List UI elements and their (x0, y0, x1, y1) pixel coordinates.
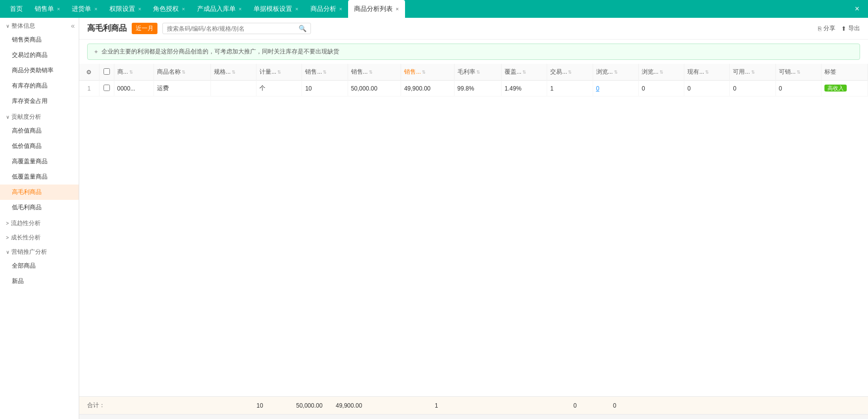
footer-transaction-val: 1 (432, 402, 471, 409)
nav-analysis[interactable]: 商品分析 × (305, 0, 348, 18)
th-coverage[interactable]: 覆盖...⇅ (502, 64, 547, 81)
nav-role[interactable]: 角色授权 × (147, 0, 191, 18)
share-button[interactable]: ⎘ 分享 (818, 24, 835, 33)
sidebar-item-all-goods[interactable]: 全部商品 (0, 258, 79, 274)
footer-sales1-val: 10 (254, 402, 293, 409)
th-sellable[interactable]: 可销...⇅ (775, 64, 821, 81)
th-gross-rate[interactable]: 毛利率⇅ (454, 64, 501, 81)
sidebar-item-low-margin[interactable]: 低毛利商品 (0, 200, 79, 215)
close-analysis-list-tab[interactable]: × (396, 6, 399, 12)
browse1-link[interactable]: 0 (596, 85, 600, 92)
th-available[interactable]: 可用...⇅ (730, 64, 775, 81)
sort-name[interactable]: ⇅ (182, 70, 186, 75)
row-checkbox[interactable] (103, 85, 110, 91)
th-sales3[interactable]: 销售...⇅ (401, 64, 454, 81)
close-sales-tab[interactable]: × (57, 6, 60, 12)
info-banner: ✦ 企业的主要的利润都是这部分商品创造的，可考虑加大推广，同时关注库存是不要出现… (87, 44, 860, 60)
sidebar-item-traded-goods[interactable]: 交易过的商品 (0, 47, 79, 63)
page-title: 高毛利商品 (87, 23, 127, 34)
nav-template[interactable]: 单据模板设置 × (248, 0, 304, 18)
sidebar-item-stock-goods[interactable]: 有库存的商品 (0, 78, 79, 93)
sidebar-group-marketing[interactable]: ∨ 营销推广分析 (0, 244, 79, 258)
export-button[interactable]: ⬆ 导出 (841, 24, 860, 33)
sort-unit[interactable]: ⇅ (277, 70, 281, 75)
sort-sales1[interactable]: ⇅ (323, 70, 327, 75)
sort-sellable[interactable]: ⇅ (797, 70, 801, 75)
table-row: 1 0000... 运费 个 10 50,000.00 49,900.00 99… (79, 81, 868, 96)
data-table-container[interactable]: ⚙ 商...⇅ 商品名称⇅ 规格...⇅ 计量...⇅ 销售...⇅ 销售...… (79, 64, 868, 396)
sidebar-item-high-value[interactable]: 高价值商品 (0, 123, 79, 139)
sidebar-item-sales-goods[interactable]: 销售类商品 (0, 32, 79, 47)
search-icon: 🔍 (299, 25, 306, 32)
data-table: ⚙ 商...⇅ 商品名称⇅ 规格...⇅ 计量...⇅ 销售...⇅ 销售...… (79, 64, 868, 96)
close-analysis-tab[interactable]: × (339, 6, 342, 12)
th-name[interactable]: 商品名称⇅ (153, 64, 210, 81)
cell-code[interactable]: 0000... (114, 81, 153, 96)
sort-spec[interactable]: ⇅ (232, 70, 236, 75)
close-product-in-tab[interactable]: × (239, 6, 242, 12)
cell-browse1[interactable]: 0 (593, 81, 638, 96)
sidebar-group-trend[interactable]: > 流趋性分析 (0, 215, 79, 230)
nav-analysis-list[interactable]: 商品分析列表 × (348, 0, 405, 18)
nav-home[interactable]: 首页 (4, 0, 29, 18)
cell-current: 0 (684, 81, 730, 96)
footer-label: 合计： (87, 401, 105, 410)
nav-permission[interactable]: 权限设置 × (103, 0, 147, 18)
sort-coverage[interactable]: ⇅ (522, 70, 526, 75)
sidebar-group-overall[interactable]: ∨ 整体信息 (0, 18, 79, 32)
sidebar-item-low-coverage[interactable]: 低覆盖量商品 (0, 169, 79, 185)
cell-checkbox[interactable] (99, 81, 114, 96)
sort-browse2[interactable]: ⇅ (660, 70, 664, 75)
close-window-button[interactable]: × (850, 2, 864, 16)
sidebar-item-high-coverage[interactable]: 高覆盖量商品 (0, 154, 79, 169)
th-transaction[interactable]: 交易...⇅ (547, 64, 593, 81)
close-purchase-tab[interactable]: × (94, 6, 97, 12)
sidebar-item-category-rate[interactable]: 商品分类助销率 (0, 63, 79, 78)
th-current[interactable]: 现有...⇅ (684, 64, 730, 81)
th-spec[interactable]: 规格...⇅ (210, 64, 256, 81)
nav-purchase[interactable]: 进货单 × (66, 0, 103, 18)
group-marketing-arrow: ∨ (6, 249, 9, 255)
sort-transaction[interactable]: ⇅ (568, 70, 572, 75)
th-sales1[interactable]: 销售...⇅ (302, 64, 348, 81)
filter-month-button[interactable]: 近一月 (132, 23, 157, 34)
sidebar-item-new-goods[interactable]: 新品 (0, 274, 79, 289)
sort-code[interactable]: ⇅ (129, 70, 133, 75)
search-input[interactable] (167, 25, 299, 32)
sidebar-group-contribution[interactable]: ∨ 贡献度分析 (0, 109, 79, 123)
th-unit[interactable]: 计量...⇅ (256, 64, 302, 81)
search-box[interactable]: 🔍 (162, 23, 311, 34)
sort-gross[interactable]: ⇅ (476, 70, 480, 75)
sidebar-item-low-value[interactable]: 低价值商品 (0, 139, 79, 154)
info-icon: ✦ (94, 48, 99, 55)
sidebar-collapse-button[interactable]: « (71, 22, 75, 30)
select-all-checkbox[interactable] (103, 68, 110, 75)
nav-product-in[interactable]: 产成品入库单 × (191, 0, 248, 18)
th-tag[interactable]: 标签 (821, 64, 868, 81)
th-settings[interactable]: ⚙ (79, 64, 99, 81)
close-template-tab[interactable]: × (295, 6, 298, 12)
sort-current[interactable]: ⇅ (705, 70, 709, 75)
sidebar-item-high-margin[interactable]: 高毛利商品 (0, 185, 79, 200)
cell-sales2: 50,000.00 (348, 81, 401, 96)
close-permission-tab[interactable]: × (138, 6, 141, 12)
footer-current-val: 0 (570, 402, 610, 409)
sidebar-group-growth[interactable]: > 成长性分析 (0, 230, 79, 244)
cell-spec (210, 81, 256, 96)
sort-browse1[interactable]: ⇅ (614, 70, 618, 75)
footer-sales3-val: 49,900.00 (333, 402, 372, 409)
th-code[interactable]: 商...⇅ (114, 64, 153, 81)
export-icon: ⬆ (841, 25, 846, 32)
th-sales2[interactable]: 销售...⇅ (348, 64, 401, 81)
th-checkbox[interactable] (99, 64, 114, 81)
footer-sales1 (115, 402, 254, 409)
th-browse2[interactable]: 浏览...⇅ (638, 64, 684, 81)
horizontal-scrollbar[interactable] (79, 414, 868, 419)
close-role-tab[interactable]: × (182, 6, 185, 12)
th-browse1[interactable]: 浏览...⇅ (593, 64, 638, 81)
nav-sales[interactable]: 销售单 × (29, 0, 66, 18)
sort-sales3[interactable]: ⇅ (422, 70, 426, 75)
sort-sales2[interactable]: ⇅ (369, 70, 373, 75)
sort-available[interactable]: ⇅ (751, 70, 755, 75)
sidebar-item-stock-funds[interactable]: 库存资金占用 (0, 93, 79, 109)
